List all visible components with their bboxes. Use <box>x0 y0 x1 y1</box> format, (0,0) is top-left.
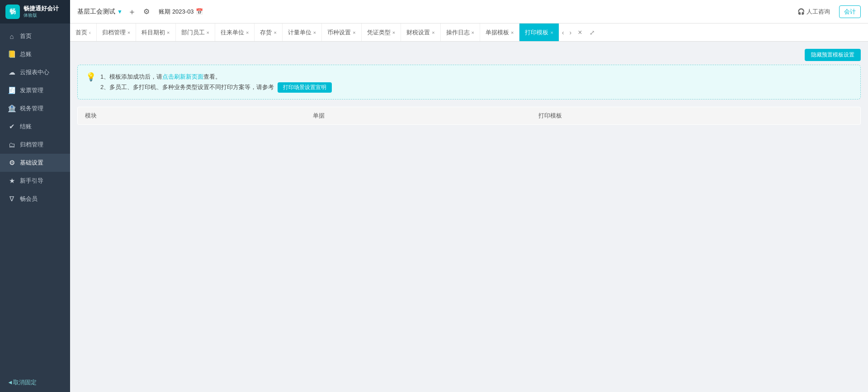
sidebar-item-checkout[interactable]: ✔ 结账 <box>0 118 70 136</box>
notice-content: 1、模板添加成功后，请点击刷新新页面查看。 2、多员工、多打印机、多种业务类型设… <box>100 71 332 93</box>
tab-template-close[interactable]: × <box>511 30 514 35</box>
period-value: 2023-03 <box>172 8 194 15</box>
tab-inventory-label: 存货 <box>260 28 272 37</box>
invoice-icon: 🧾 <box>7 86 16 95</box>
help-button[interactable]: 🎧 人工咨询 <box>797 8 830 16</box>
tab-oplog-label: 操作日志 <box>446 28 470 37</box>
notice-box: 💡 1、模板添加成功后，请点击刷新新页面查看。 2、多员工、多打印机、多种业务类… <box>77 65 861 99</box>
sidebar-item-reports[interactable]: ☁ 云报表中心 <box>0 63 70 81</box>
tab-currency-close[interactable]: × <box>353 30 355 35</box>
tab-unit[interactable]: 计量单位 × <box>283 24 322 42</box>
sidebar-label-tax: 税务管理 <box>20 104 43 113</box>
settings-icon: ⚙ <box>7 158 16 167</box>
tab-prev-button[interactable]: ‹ <box>559 24 567 42</box>
tab-subject-close[interactable]: × <box>167 30 170 35</box>
hide-template-section: 隐藏预置模板设置 <box>77 49 861 61</box>
calendar-icon: 📅 <box>196 8 203 15</box>
tab-printtemplate-label: 打印模板 <box>525 28 548 37</box>
period-selector[interactable]: 账期 2023-03 📅 <box>159 8 203 16</box>
notice-line1-prefix: 1、模板添加成功后，请 <box>100 73 162 80</box>
sidebar-item-ledger[interactable]: 📒 总账 <box>0 45 70 63</box>
company-selector[interactable]: 基层工会测试 ▼ <box>77 8 123 16</box>
bulb-icon: 💡 <box>86 72 96 82</box>
logo-sub: 体验版 <box>24 12 59 19</box>
tab-currency-label: 币种设置 <box>327 28 351 37</box>
tab-home-chevron[interactable]: ‹ <box>89 30 91 35</box>
logo-name: 畅捷通好会计 <box>24 5 59 12</box>
tab-dept-label: 部门员工 <box>181 28 205 37</box>
sidebar-label-reports: 云报表中心 <box>20 68 49 76</box>
table-header-row: 模块 单据 打印模板 <box>78 107 861 125</box>
sidebar-item-settings[interactable]: ⚙ 基础设置 <box>0 154 70 172</box>
sidebar-item-tax[interactable]: 🏦 税务管理 <box>0 99 70 118</box>
tab-currency[interactable]: 币种设置 × <box>322 24 361 42</box>
col-module: 模块 <box>78 107 306 125</box>
notice-line1-suffix: 查看。 <box>203 73 221 80</box>
tab-voucher-close[interactable]: × <box>392 30 395 35</box>
sidebar: 畅 畅捷通好会计 体验版 ⌂ 首页 📒 总账 ☁ 云报表中心 🧾 发票管理 🏦 … <box>0 0 70 392</box>
tab-printtemplate[interactable]: 打印模板 × <box>519 24 559 42</box>
sidebar-label-guide: 新手引导 <box>20 177 43 185</box>
tab-dept[interactable]: 部门员工 × <box>176 24 215 42</box>
notice-line2-prefix: 2、多员工、多打印机、多种业务类型设置不同打印方案等，请参考 <box>100 84 274 90</box>
sidebar-item-guide[interactable]: ★ 新手引导 <box>0 172 70 190</box>
company-dropdown-icon: ▼ <box>117 9 123 15</box>
tab-partner[interactable]: 往来单位 × <box>215 24 255 42</box>
add-tab-button[interactable]: ＋ <box>126 6 138 17</box>
guide-icon: ★ <box>7 176 16 185</box>
tab-oplog[interactable]: 操作日志 × <box>441 24 480 42</box>
archive-icon: 🗂 <box>7 140 16 149</box>
tab-subject-label: 科目期初 <box>142 28 165 37</box>
sidebar-label-home: 首页 <box>20 32 32 40</box>
tab-printtemplate-close[interactable]: × <box>550 30 553 35</box>
account-button[interactable]: 会计 <box>839 5 861 18</box>
sidebar-label-invoice: 发票管理 <box>20 86 43 94</box>
notice-line1: 1、模板添加成功后，请点击刷新新页面查看。 <box>100 71 332 82</box>
topbar: 基层工会测试 ▼ ＋ ⚙ 账期 2023-03 📅 🎧 人工咨询 会计 <box>70 0 868 24</box>
tab-home-label: 首页 <box>75 28 87 37</box>
tab-archive-close[interactable]: × <box>127 30 130 35</box>
tab-close-all-button[interactable]: × <box>574 24 585 42</box>
tab-unit-close[interactable]: × <box>313 30 316 35</box>
col-template: 打印模板 <box>531 107 860 125</box>
tab-expand-button[interactable]: ⤢ <box>586 24 599 42</box>
sidebar-item-invoice[interactable]: 🧾 发票管理 <box>0 81 70 99</box>
notice-line2: 2、多员工、多打印机、多种业务类型设置不同打印方案等，请参考 打印场景设置宣明 <box>100 82 332 93</box>
sidebar-label-ledger: 总账 <box>20 50 32 58</box>
member-icon: ∇ <box>7 194 16 203</box>
sidebar-item-archive[interactable]: 🗂 归档管理 <box>0 136 70 154</box>
help-label: 人工咨询 <box>807 8 830 16</box>
print-scene-btn[interactable]: 打印场景设置宣明 <box>278 82 332 93</box>
tab-template-label: 单据模板 <box>486 28 509 37</box>
tab-next-button[interactable]: › <box>567 24 575 42</box>
tab-subject[interactable]: 科目期初 × <box>136 24 175 42</box>
reports-icon: ☁ <box>7 68 16 77</box>
tab-template[interactable]: 单据模板 × <box>480 24 519 42</box>
topbar-settings-icon[interactable]: ⚙ <box>142 7 151 16</box>
content-area: 隐藏预置模板设置 💡 1、模板添加成功后，请点击刷新新页面查看。 2、多员工、多… <box>70 42 868 392</box>
tab-partner-close[interactable]: × <box>246 30 249 35</box>
home-icon: ⌂ <box>7 32 16 41</box>
sidebar-logo: 畅 畅捷通好会计 体验版 <box>0 0 70 24</box>
hide-template-button[interactable]: 隐藏预置模板设置 <box>805 49 861 61</box>
sidebar-label-checkout: 结账 <box>20 123 32 131</box>
period-label: 账期 <box>159 8 170 16</box>
main-area: 基层工会测试 ▼ ＋ ⚙ 账期 2023-03 📅 🎧 人工咨询 会计 首页 ‹… <box>70 0 868 392</box>
tab-voucher[interactable]: 凭证类型 × <box>362 24 401 42</box>
tab-partner-label: 往来单位 <box>221 28 244 37</box>
sidebar-label-archive: 归档管理 <box>20 141 43 149</box>
print-template-table: 模块 单据 打印模板 <box>77 107 861 125</box>
sidebar-item-home[interactable]: ⌂ 首页 <box>0 27 70 45</box>
sidebar-item-member[interactable]: ∇ 畅会员 <box>0 190 70 208</box>
tab-taxset[interactable]: 财税设置 × <box>401 24 440 42</box>
tab-archive[interactable]: 归档管理 × <box>97 24 136 42</box>
sidebar-unpin-button[interactable]: ◄取消固定 <box>0 373 70 392</box>
notice-refresh-link[interactable]: 点击刷新新页面 <box>162 73 203 80</box>
tab-dept-close[interactable]: × <box>207 30 209 35</box>
tab-inventory-close[interactable]: × <box>274 30 276 35</box>
tab-taxset-close[interactable]: × <box>432 30 434 35</box>
tax-icon: 🏦 <box>7 104 16 113</box>
tab-inventory[interactable]: 存货 × <box>255 24 282 42</box>
tab-home[interactable]: 首页 ‹ <box>70 24 97 42</box>
tab-oplog-close[interactable]: × <box>472 30 474 35</box>
